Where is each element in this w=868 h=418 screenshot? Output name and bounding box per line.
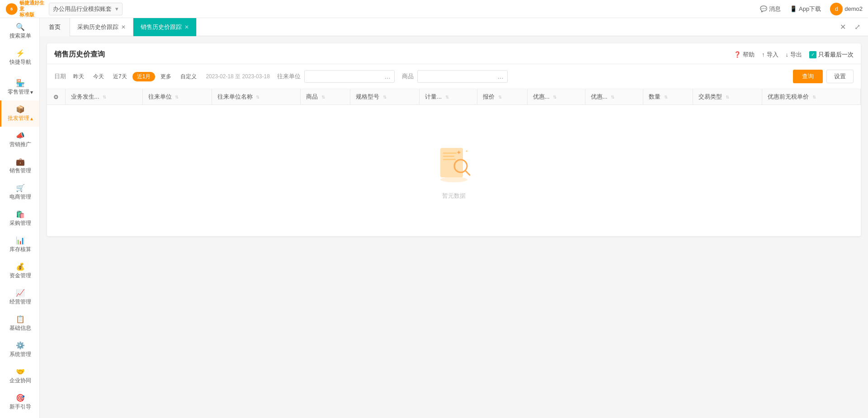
partner-dots-btn[interactable]: ...	[384, 72, 390, 81]
table-th-spec[interactable]: 规格型号 ⇅	[350, 89, 420, 105]
empty-text: 暂元数据	[442, 192, 466, 200]
date-option-custom[interactable]: 自定义	[177, 72, 200, 81]
goods-dots-btn[interactable]: ...	[497, 72, 503, 81]
settings-button[interactable]: 设置	[826, 70, 854, 83]
table-th-discount2[interactable]: 优惠... ⇅	[585, 89, 643, 105]
sidebar-item-stock-check[interactable]: 📊 库存核算	[0, 232, 39, 258]
export-btn[interactable]: ↓ 导出	[786, 51, 802, 59]
goods-input[interactable]	[421, 73, 498, 80]
table-th-trade-type[interactable]: 交易类型 ⇅	[693, 89, 762, 105]
partner-filter-group: 往来单位 ...	[277, 70, 395, 83]
logo-icon: 6	[5, 2, 18, 16]
partner-input[interactable]	[308, 73, 385, 80]
date-option-more[interactable]: 更多	[157, 72, 175, 81]
table-th-qty[interactable]: 数量 ⇅	[643, 89, 693, 105]
table-th-unit[interactable]: 计量... ⇅	[420, 89, 477, 105]
date-option-yesterday[interactable]: 昨天	[70, 72, 88, 81]
import-icon: ↑	[762, 51, 765, 58]
sidebar-item-search-menu[interactable]: 🔍 搜索菜单	[0, 18, 39, 44]
sidebar-item-purchase-mgmt[interactable]: 🛍️ 采购管理	[0, 205, 39, 232]
date-option-1month[interactable]: 近1月	[132, 72, 156, 81]
svg-point-2	[440, 177, 467, 182]
partner-label: 往来单位	[277, 72, 301, 81]
sort-icon-8: ⇅	[553, 95, 557, 100]
sort-icon-5: ⇅	[383, 95, 387, 100]
app-selector-label: 办公用品行业模拟账套	[53, 5, 112, 13]
guide-icon: 🎯	[16, 394, 25, 402]
retail-icon: 🏪	[16, 79, 25, 87]
table-th-partner-name[interactable]: 往来单位名称 ⇅	[212, 89, 300, 105]
svg-text:✦: ✦	[465, 149, 468, 153]
tab-fullscreen-btn[interactable]: ⤢	[852, 22, 863, 33]
sales-icon: 💼	[16, 157, 25, 166]
svg-text:6: 6	[10, 6, 13, 11]
search-icon: 🔍	[16, 23, 25, 31]
sidebar-item-enterprise-collab[interactable]: 🤝 企业协同	[0, 363, 39, 389]
empty-illustration: ✦ ✦	[431, 141, 476, 186]
sidebar-item-basic-info[interactable]: 📋 基础信息	[0, 310, 39, 337]
sort-icon-2: ⇅	[175, 95, 179, 100]
table-th-goods[interactable]: 商品 ⇅	[300, 89, 350, 105]
business-icon: 📈	[16, 289, 25, 297]
search-button[interactable]: 查询	[793, 70, 823, 83]
table-th-discount1[interactable]: 优惠... ⇅	[527, 89, 585, 105]
page-card: 销售历史价查询 ❓ 帮助 ↑ 导入 ↓ 导出	[47, 43, 861, 236]
table-th-quote[interactable]: 报价 ⇅	[477, 89, 527, 105]
app-download-btn[interactable]: 📱 App下载	[790, 5, 821, 13]
tab-close-all-btn[interactable]: ✕	[837, 22, 848, 33]
sidebar-item-quick-nav[interactable]: ⚡ 快捷导航	[0, 44, 39, 71]
sidebar-item-finance-mgmt[interactable]: 💰 资金管理	[0, 258, 39, 284]
message-icon: 💬	[760, 5, 767, 12]
svg-rect-4	[443, 152, 457, 154]
date-option-7days[interactable]: 近7天	[109, 72, 131, 81]
main-layout: 🔍 搜索菜单 ⚡ 快捷导航 🏪 零售管理 ▾ 📦 批发管理 ▴ 📣 营销推广	[0, 18, 868, 418]
sort-icon-4: ⇅	[321, 95, 325, 100]
date-option-today[interactable]: 今天	[90, 72, 108, 81]
tab-sales-history[interactable]: 销售历史价跟踪 ✕	[133, 18, 197, 36]
date-label: 日期	[54, 72, 66, 81]
expand-icon: ▾	[30, 89, 33, 95]
sidebar-item-retail-mgmt[interactable]: 🏪 零售管理 ▾	[0, 74, 39, 100]
table-th-biz-date[interactable]: 业务发生... ⇅	[65, 89, 142, 105]
export-icon: ↓	[786, 51, 789, 58]
sidebar: 🔍 搜索菜单 ⚡ 快捷导航 🏪 零售管理 ▾ 📦 批发管理 ▴ 📣 营销推广	[0, 18, 40, 418]
table-th-partner-code[interactable]: 往来单位 ⇅	[142, 89, 212, 105]
table-th-pre-tax-price[interactable]: 优惠前无税单价 ⇅	[762, 89, 861, 105]
import-btn[interactable]: ↑ 导入	[762, 51, 778, 59]
tab-close-purchase[interactable]: ✕	[121, 24, 126, 30]
table-header: ⚙ 业务发生... ⇅ 往来单位 ⇅ 往来单位名称	[47, 89, 861, 105]
stock-icon: 📊	[16, 236, 25, 245]
sidebar-item-app-center[interactable]: 🔲 应用中心	[0, 415, 39, 418]
tab-home[interactable]: 首页	[40, 18, 70, 36]
help-btn[interactable]: ❓ 帮助	[734, 51, 755, 59]
wholesale-icon: 📦	[16, 105, 25, 114]
content-area: 首页 采购历史价跟踪 ✕ 销售历史价跟踪 ✕ ✕ ⤢ 销售历史价查询	[40, 18, 868, 418]
sort-icon-10: ⇅	[664, 95, 668, 100]
partner-input-wrapper: ...	[304, 70, 395, 83]
logo-text: 畅捷通好生意 标准版	[19, 0, 45, 18]
basic-info-icon: 📋	[16, 315, 25, 323]
tab-bar: 首页 采购历史价跟踪 ✕ 销售历史价跟踪 ✕ ✕ ⤢	[40, 18, 868, 36]
table-th-settings[interactable]: ⚙	[47, 89, 65, 105]
tab-close-sales[interactable]: ✕	[184, 24, 189, 30]
sidebar-item-ecom-mgmt[interactable]: 🛒 电商管理	[0, 179, 39, 205]
sort-icon-11: ⇅	[726, 95, 729, 100]
svg-rect-5	[443, 156, 454, 157]
sidebar-item-new-guide[interactable]: 🎯 新手引导	[0, 389, 39, 415]
sidebar-item-sales-mgmt[interactable]: 💼 销售管理	[0, 153, 39, 179]
svg-rect-6	[443, 159, 456, 160]
message-btn[interactable]: 💬 消息	[760, 5, 781, 13]
collab-icon: 🤝	[16, 367, 25, 376]
sidebar-item-marketing[interactable]: 📣 营销推广	[0, 127, 39, 153]
tab-purchase-history[interactable]: 采购历史价跟踪 ✕	[70, 18, 133, 36]
sidebar-item-business-mgmt[interactable]: 📈 经营管理	[0, 284, 39, 310]
app-selector[interactable]: 办公用品行业模拟账套 ▾	[49, 3, 123, 15]
filter-actions: 查询 设置	[793, 70, 854, 83]
filter-bar: 日期 昨天 今天 近7天 近1月 更多 自定义 2023-02-18 至 202…	[47, 64, 861, 89]
page-header: 销售历史价查询 ❓ 帮助 ↑ 导入 ↓ 导出	[47, 43, 861, 64]
user-menu[interactable]: d demo2	[830, 3, 863, 15]
sidebar-item-system-mgmt[interactable]: ⚙️ 系统管理	[0, 337, 39, 363]
sidebar-item-wholesale-mgmt[interactable]: 📦 批发管理 ▴	[0, 100, 39, 127]
logo-area: 6 畅捷通好生意 标准版	[5, 0, 45, 18]
only-last-checkbox[interactable]: ✓ 只看最后一次	[809, 51, 854, 59]
